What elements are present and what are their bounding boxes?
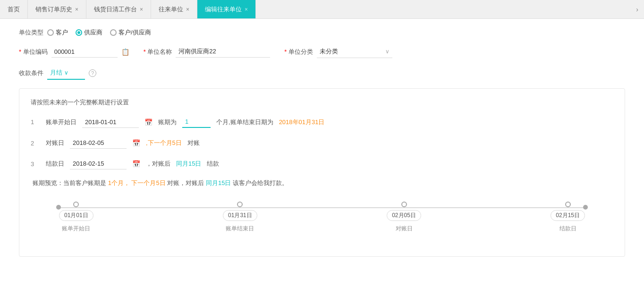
timeline-desc-4: 结款日 <box>559 225 576 233</box>
period-reconcile-date-input[interactable] <box>70 137 127 149</box>
unit-category-value: 未分类 <box>320 47 383 56</box>
period-start-calendar-icon[interactable]: 📅 <box>144 118 153 126</box>
period-card-title: 请按照未来的一个完整帐期进行设置 <box>31 98 613 107</box>
period-label-reconcile: 对账日 <box>46 139 64 147</box>
unit-code-icon[interactable]: 📋 <box>121 48 129 56</box>
timeline-date-1: 01月01日 <box>59 210 93 221</box>
timeline-circle-1 <box>73 202 79 207</box>
tab-cash-work[interactable]: 钱货日清工作台 × <box>86 0 151 18</box>
period-end-date-highlight: 2018年01月31日 <box>279 118 325 127</box>
period-period-for-text: 账期为 <box>158 118 177 127</box>
unit-info-row: 单位编码 📋 单位名称 单位分类 未分类 ∨ <box>19 45 625 58</box>
payment-condition-value: 月结 <box>50 68 62 77</box>
timeline-start-dot <box>56 205 61 210</box>
period-reconcile-calendar-icon[interactable]: 📅 <box>132 139 140 147</box>
tab-edit-contacts[interactable]: 编辑往来单位 × <box>197 0 256 18</box>
unit-category-select[interactable]: 未分类 ∨ <box>317 45 392 58</box>
tab-edit-contacts-close[interactable]: × <box>245 6 248 13</box>
unit-category-chevron: ∨ <box>385 48 390 55</box>
timeline-points: 01月01日 账单开始日 01月31日 账单结束日 02月05日 对账日 02月… <box>59 202 585 233</box>
radio-supplier[interactable]: 供应商 <box>76 28 102 37</box>
preview-text: 账期预览：当前客户账期是 1个月， 下一个月5日 对账，对账后 同月15日 该客… <box>31 179 613 187</box>
unit-type-label: 单位类型 <box>19 28 43 37</box>
payment-condition-select[interactable]: 月结 ∨ <box>47 67 85 80</box>
period-settlement-calendar-icon[interactable]: 📅 <box>132 160 140 168</box>
tabs-bar: 首页 销售订单历史 × 钱货日清工作台 × 往来单位 × 编辑往来单位 × › <box>0 0 644 19</box>
period-num-2: 2 <box>31 140 40 147</box>
tab-cash-work-label: 钱货日清工作台 <box>94 5 137 14</box>
period-settlement-pre-text: ，对账后 <box>146 160 170 168</box>
tab-cash-work-close[interactable]: × <box>140 6 143 13</box>
period-row-3: 3 结款日 📅 ，对账后 同月15日 结款 <box>31 158 613 169</box>
timeline-circle-3 <box>401 202 407 207</box>
timeline-date-3: 02月05日 <box>387 210 421 221</box>
preview-prefix: 账期预览：当前客户账期是 <box>33 179 106 186</box>
unit-type-radio-group: 客户 供应商 客户/供应商 <box>47 28 151 37</box>
period-settlement-highlight: 同月15日 <box>176 160 201 168</box>
radio-supplier-label: 供应商 <box>84 28 102 37</box>
period-row-1: 1 账单开始日 📅 账期为 个月,账单结束日期为 2018年01月31日 <box>31 116 613 128</box>
unit-name-input[interactable] <box>176 46 270 58</box>
period-reconcile-text: 对账 <box>187 139 200 147</box>
radio-customer-supplier[interactable]: 客户/供应商 <box>110 28 151 37</box>
timeline-desc-3: 对账日 <box>396 225 413 233</box>
tab-home[interactable]: 首页 <box>0 0 28 18</box>
radio-customer[interactable]: 客户 <box>47 28 68 37</box>
period-months-text: 个月,账单结束日期为 <box>216 118 273 127</box>
preview-suffix: 该客户会给我打款。 <box>233 179 288 186</box>
unit-code-label: 单位编码 <box>19 48 48 56</box>
timeline-point-4: 02月15日 结款日 <box>551 202 585 233</box>
unit-category-label: 单位分类 <box>284 48 313 56</box>
payment-condition-field: 收款条件 月结 ∨ ? <box>19 67 96 80</box>
unit-code-field: 单位编码 📋 <box>19 46 129 58</box>
tab-contacts[interactable]: 往来单位 × <box>151 0 197 18</box>
timeline-date-4: 02月15日 <box>551 210 585 221</box>
tab-edit-contacts-label: 编辑往来单位 <box>205 5 242 14</box>
radio-customer-label: 客户 <box>56 28 68 37</box>
timeline-desc-1: 账单开始日 <box>62 225 90 233</box>
period-settlement-text: 结款 <box>207 160 219 168</box>
timeline-point-2: 01月31日 账单结束日 <box>223 202 257 233</box>
tabs-next-arrow[interactable]: › <box>630 6 644 13</box>
unit-category-field: 单位分类 未分类 ∨ <box>284 45 392 58</box>
period-label-settlement: 结款日 <box>46 160 64 168</box>
main-content: 单位类型 客户 供应商 客户/供应商 单位编码 📋 <box>0 19 644 287</box>
unit-name-field: 单位名称 <box>144 46 271 58</box>
unit-type-field: 单位类型 客户 供应商 客户/供应商 <box>19 28 151 37</box>
unit-code-input[interactable] <box>51 46 118 58</box>
preview-text2: 对账，对账后 <box>167 179 204 186</box>
payment-condition-chevron: ∨ <box>64 69 68 76</box>
timeline-end-dot <box>583 205 588 210</box>
tab-sales-history-label: 销售订单历史 <box>35 5 72 14</box>
timeline-point-3: 02月05日 对账日 <box>387 202 421 233</box>
timeline-point-1: 01月01日 账单开始日 <box>59 202 93 233</box>
payment-condition-label: 收款条件 <box>19 69 43 77</box>
radio-customer-circle <box>47 29 54 36</box>
timeline-desc-2: 账单结束日 <box>226 225 254 233</box>
tab-home-label: 首页 <box>8 5 20 14</box>
preview-highlight1: 1个月， <box>108 179 130 186</box>
tab-contacts-close[interactable]: × <box>186 6 189 13</box>
preview-highlight2: 同月15日 <box>206 179 231 186</box>
tab-contacts-label: 往来单位 <box>159 5 183 14</box>
unit-type-row: 单位类型 客户 供应商 客户/供应商 <box>19 28 625 37</box>
radio-customer-supplier-label: 客户/供应商 <box>119 28 151 37</box>
period-start-date-input[interactable] <box>82 117 139 128</box>
help-icon[interactable]: ? <box>89 69 96 77</box>
period-label-start: 账单开始日 <box>46 118 76 127</box>
tab-sales-history[interactable]: 销售订单历史 × <box>28 0 86 18</box>
timeline-circle-4 <box>565 202 571 207</box>
timeline-circle-2 <box>237 202 243 207</box>
timeline-date-2: 01月31日 <box>223 210 257 221</box>
radio-supplier-circle <box>76 29 82 36</box>
period-num-1: 1 <box>31 118 40 126</box>
period-card: 请按照未来的一个完整帐期进行设置 1 账单开始日 📅 账期为 个月,账单结束日期… <box>19 88 625 257</box>
period-num-3: 3 <box>31 160 40 168</box>
tab-sales-history-close[interactable]: × <box>75 6 78 13</box>
period-reconcile-highlight: ,下一个月5日 <box>146 139 182 147</box>
preview-text1: 下一个月5日 <box>131 179 165 186</box>
period-settlement-date-input[interactable] <box>70 158 127 169</box>
period-months-input[interactable] <box>182 116 211 128</box>
timeline: 01月01日 账单开始日 01月31日 账单结束日 02月05日 对账日 02月… <box>31 197 613 247</box>
period-row-2: 2 对账日 📅 ,下一个月5日 对账 <box>31 137 613 149</box>
